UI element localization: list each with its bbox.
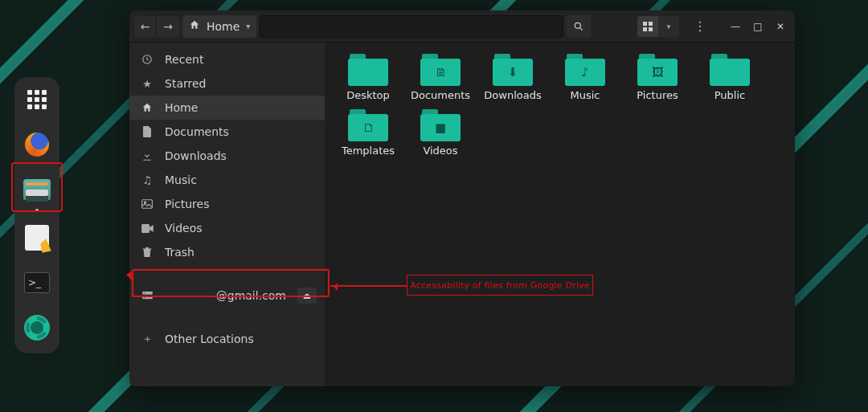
folder-label: Documents (411, 89, 470, 101)
dock-terminal[interactable]: >_ (23, 268, 51, 297)
folder-label: Public (714, 89, 745, 101)
files-window: ← → Home ▾ ▾ ⋮ — □ ✕ (129, 10, 795, 386)
sidebar-item-label: Recent (165, 53, 203, 66)
sidebar-item-label: Music (165, 173, 197, 186)
sidebar-item-gdrive[interactable]: @gmail.com ⏏ (129, 284, 325, 308)
dock-firefox[interactable] (23, 130, 51, 159)
video-icon (141, 224, 154, 233)
sidebar-item-label: Videos (165, 222, 203, 235)
titlebar: ← → Home ▾ ▾ ⋮ — □ ✕ (129, 10, 795, 43)
folder-label: Desktop (346, 89, 390, 101)
folder-downloads[interactable]: ⬇ Downloads (481, 54, 545, 101)
trash-icon (141, 247, 154, 258)
files-icon (23, 179, 51, 200)
folder-public[interactable]: Public (698, 54, 762, 101)
folder-desktop[interactable]: Desktop (336, 54, 400, 101)
folder-label: Videos (423, 145, 457, 157)
dock-files[interactable] (23, 175, 51, 204)
path-label: Home (207, 20, 240, 33)
minimize-button[interactable]: — (726, 17, 745, 36)
svg-point-8 (145, 202, 146, 203)
folder-label: Downloads (484, 89, 541, 101)
caret-down-icon: ▾ (246, 22, 250, 31)
eject-button[interactable]: ⏏ (297, 288, 317, 304)
home-icon (141, 102, 154, 113)
arrow-left-icon: ← (141, 20, 150, 33)
caret-down-icon: ▾ (667, 22, 671, 31)
hamburger-menu-button[interactable]: ⋮ (692, 16, 708, 37)
dock-text-editor[interactable] (23, 223, 51, 252)
folder-documents[interactable]: 🗎 Documents (408, 54, 473, 101)
folder-videos[interactable]: ■ Videos (408, 109, 473, 157)
svg-rect-3 (649, 22, 653, 26)
forward-button[interactable]: → (157, 16, 179, 37)
location-bar[interactable] (260, 15, 563, 38)
sidebar-item-label: Starred (165, 77, 206, 90)
sidebar-item-pictures[interactable]: Pictures (129, 192, 325, 216)
music-icon: ♫ (141, 174, 154, 186)
minimize-icon: — (731, 21, 740, 32)
home-icon (189, 19, 200, 33)
clock-icon (141, 54, 154, 65)
running-indicator (35, 209, 39, 212)
sidebar-item-recent[interactable]: Recent (129, 47, 325, 71)
folder-label: Pictures (637, 89, 678, 101)
picture-icon (141, 199, 154, 209)
sidebar-item-documents[interactable]: Documents (129, 120, 325, 144)
sidebar-item-starred[interactable]: ★ Starred (129, 71, 325, 96)
folder-grid: Desktop 🗎 Documents ⬇ Downloads ♪ Music … (336, 54, 784, 157)
content-pane: Desktop 🗎 Documents ⬇ Downloads ♪ Music … (325, 43, 795, 386)
terminal-icon: >_ (24, 272, 50, 293)
download-icon (141, 150, 154, 161)
path-button[interactable]: Home ▾ (182, 15, 256, 38)
svg-line-1 (580, 27, 583, 30)
sidebar-item-label: Downloads (165, 149, 227, 162)
sidebar-item-other-locations[interactable]: ＋ Other Locations (129, 327, 325, 351)
folder-icon: 🗋 (348, 109, 388, 141)
plus-icon: ＋ (141, 332, 154, 346)
screenshot-icon (24, 315, 50, 341)
nav-group: ← → (134, 16, 179, 37)
svg-rect-2 (643, 22, 647, 26)
sidebar-item-home[interactable]: Home (129, 96, 325, 120)
svg-point-12 (144, 292, 145, 293)
sidebar-item-downloads[interactable]: Downloads (129, 144, 325, 168)
sidebar-item-label: Trash (165, 246, 194, 259)
view-toggle[interactable]: ▾ (637, 16, 679, 37)
search-icon (573, 21, 584, 32)
sidebar-item-label: @gmail.com (165, 289, 313, 302)
svg-point-13 (144, 296, 145, 297)
svg-rect-9 (141, 224, 149, 233)
sidebar-item-videos[interactable]: Videos (129, 216, 325, 240)
dock: >_ (14, 77, 59, 353)
folder-label: Templates (342, 145, 395, 157)
apps-grid-icon (27, 90, 47, 109)
sidebar-item-music[interactable]: ♫ Music (129, 168, 325, 192)
eject-icon: ⏏ (303, 291, 311, 301)
sidebar-item-label: Other Locations (165, 332, 254, 345)
folder-icon (710, 54, 750, 86)
search-button[interactable] (567, 15, 591, 38)
close-button[interactable]: ✕ (771, 17, 790, 36)
folder-icon: 🗎 (420, 54, 461, 86)
close-icon: ✕ (776, 21, 784, 32)
folder-music[interactable]: ♪ Music (553, 54, 617, 101)
folder-templates[interactable]: 🗋 Templates (336, 109, 400, 157)
folder-icon: 🖼 (637, 54, 678, 86)
svg-rect-5 (649, 27, 653, 31)
grid-icon (643, 22, 653, 31)
dock-screenshot[interactable] (23, 313, 51, 342)
view-grid-option[interactable] (637, 16, 658, 37)
maximize-button[interactable]: □ (748, 17, 768, 36)
back-button[interactable]: ← (134, 16, 157, 37)
star-icon: ★ (141, 78, 154, 90)
sidebar-item-trash[interactable]: Trash (129, 240, 325, 264)
svg-rect-7 (142, 200, 153, 209)
maximize-icon: □ (753, 21, 762, 32)
folder-icon: ■ (420, 109, 461, 141)
dock-apps-button[interactable] (23, 85, 51, 114)
folder-pictures[interactable]: 🖼 Pictures (625, 54, 690, 101)
view-dropdown[interactable]: ▾ (658, 16, 679, 37)
document-icon (141, 126, 154, 137)
arrow-right-icon: → (163, 20, 173, 33)
